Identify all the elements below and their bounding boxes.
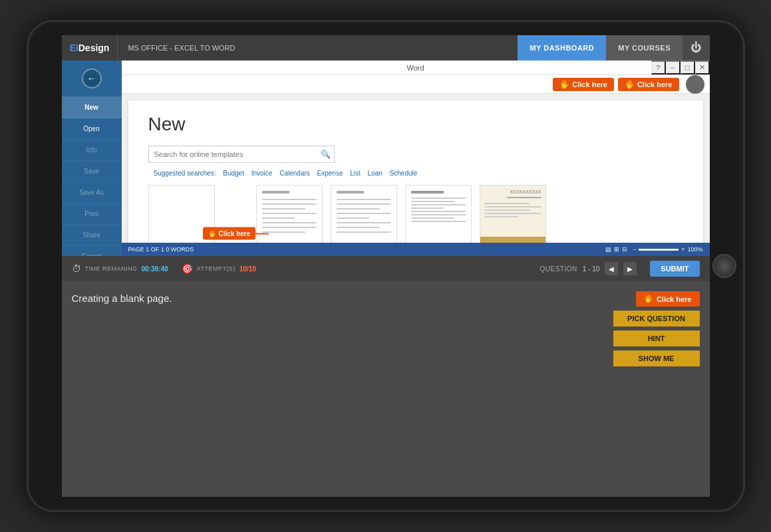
search-button[interactable]: 🔍 [318, 146, 334, 162]
hand-icon-2: 🖐 [625, 80, 635, 89]
pick-question-button[interactable]: PICK QUESTION [613, 311, 700, 327]
zoom-fill [639, 249, 679, 251]
sidebar: ← New Open Info Save Save As Pri [62, 61, 122, 256]
logo-area: EIDesign [62, 35, 118, 61]
help-button[interactable]: ? [651, 61, 666, 74]
power-button[interactable]: ⏻ [683, 35, 710, 61]
zoom-slider[interactable] [639, 249, 679, 251]
word-statusbar: PAGE 1 OF 1 0 WORDS ▤ ⊞ ⊟ − + [122, 243, 710, 256]
zoom-level: 100% [687, 246, 702, 253]
template-thumb-resume: XXXXXXXXXX [480, 185, 546, 243]
instruction-text: Creating a blank page. [72, 291, 613, 487]
sidebar-item-saveas[interactable]: Save As [62, 182, 122, 203]
suggested-calendars[interactable]: Calendars [279, 170, 310, 177]
template-letter[interactable]: Adjacency letter [331, 185, 397, 243]
instruction-area: Creating a blank page. 🖐 Click here PICK… [62, 281, 710, 497]
question-label: QUESTION [540, 265, 577, 273]
template-report[interactable]: Adjacency report [405, 185, 472, 243]
suggested-expense[interactable]: Expense [317, 170, 343, 177]
main-content: ← New Open Info Save Save As Pri [62, 61, 710, 256]
view-icons: ▤ ⊞ ⊟ [605, 246, 627, 253]
word-body: New 🔍 Suggested searches: Budget Invoice… [122, 94, 710, 243]
template-merge-letter[interactable]: 🖐 Click here [256, 185, 323, 243]
hand-icon-template: 🖐 [208, 230, 216, 237]
suggested-searches: Suggested searches: Budget Invoice Calen… [148, 170, 683, 177]
hand-icon-1: 🖐 [559, 80, 569, 89]
statusbar-info: PAGE 1 OF 1 0 WORDS [128, 246, 605, 253]
close-button[interactable]: ✕ [695, 61, 710, 74]
target-icon: 🎯 [182, 263, 193, 274]
question-range: 1 - 10 [583, 265, 600, 273]
suggested-invoice[interactable]: Invoice [251, 170, 273, 177]
template-resume[interactable]: XXXXXXXXXX Adjacency r [480, 185, 546, 243]
view-icon-3[interactable]: ⊟ [622, 246, 627, 253]
submit-button[interactable]: SUBMIT [650, 261, 699, 277]
minimize-button[interactable]: − [666, 61, 681, 74]
sidebar-item-new[interactable]: New [62, 97, 122, 118]
quiz-bar: ⏱ TIME REMANING 00:38:40 🎯 ATTEMPT(S) 10… [62, 256, 710, 281]
word-titlebar: Word ? − □ ✕ [122, 61, 710, 75]
time-remaining-item: ⏱ TIME REMANING 00:38:40 [72, 263, 168, 274]
clock-icon: ⏱ [72, 263, 81, 274]
word-page: New 🔍 Suggested searches: Budget Invoice… [128, 100, 703, 243]
sidebar-item-print[interactable]: Print [62, 203, 122, 225]
suggested-list[interactable]: List [350, 170, 361, 177]
view-icon-2[interactable]: ⊞ [614, 246, 619, 253]
attempts-value: 10/10 [239, 265, 256, 273]
tablet-frame: EIDesign MS OFFICE - EXCEL TO WORD MY DA… [27, 20, 745, 512]
screen: EIDesign MS OFFICE - EXCEL TO WORD MY DA… [62, 35, 710, 497]
word-app: Word ? − □ ✕ 🖐 Click here 🖐 [122, 61, 710, 256]
hint-button[interactable]: HINT [613, 331, 700, 346]
hand-icon-instruction: 🖐 [644, 295, 653, 303]
suggested-schedule[interactable]: Schedule [390, 170, 418, 177]
zoom-plus[interactable]: + [681, 246, 685, 253]
avatar [686, 75, 704, 94]
click-here-template-button[interactable]: 🖐 Click here [203, 227, 256, 240]
click-here-bar: 🖐 Click here 🖐 Click here [122, 75, 710, 94]
word-new-title: New [148, 114, 683, 135]
back-button[interactable]: ← [82, 68, 102, 88]
time-value: 00:38:40 [142, 265, 168, 273]
top-nav-buttons: MY DASHBOARD MY COURSES ⏻ [518, 35, 709, 61]
sidebar-item-open[interactable]: Open [62, 118, 122, 140]
statusbar-right: ▤ ⊞ ⊟ − + 100% [605, 246, 703, 253]
home-button[interactable] [712, 254, 736, 278]
sidebar-back: ← [62, 61, 122, 97]
instruction-buttons: 🖐 Click here PICK QUESTION HINT SHOW ME [613, 291, 700, 487]
templates-grid: Blank document 🖐 Click here [148, 185, 683, 243]
next-question-button[interactable]: ▶ [623, 262, 637, 275]
click-here-button-2[interactable]: 🖐 Click here [618, 78, 679, 91]
prev-question-button[interactable]: ◀ [605, 262, 618, 275]
dashboard-button[interactable]: MY DASHBOARD [518, 35, 606, 61]
show-me-button[interactable]: SHOW ME [613, 350, 700, 366]
suggested-loan[interactable]: Loan [368, 170, 383, 177]
suggested-budget[interactable]: Budget [223, 170, 244, 177]
titlebar-controls: ? − □ ✕ [651, 61, 710, 74]
zoom-control: − + 100% [633, 246, 703, 253]
sidebar-item-save[interactable]: Save [62, 161, 122, 182]
maximize-button[interactable]: □ [681, 61, 695, 74]
click-here-instruction-button[interactable]: 🖐 Click here [636, 291, 700, 307]
top-nav: EIDesign MS OFFICE - EXCEL TO WORD MY DA… [62, 35, 710, 61]
sidebar-item-info[interactable]: Info [62, 140, 122, 161]
zoom-minus[interactable]: − [633, 246, 636, 253]
courses-button[interactable]: MY COURSES [606, 35, 683, 61]
course-title: MS OFFICE - EXCEL TO WORD [118, 44, 518, 52]
search-input[interactable] [149, 148, 318, 161]
word-search-bar: 🔍 [148, 146, 335, 163]
sidebar-item-share[interactable]: Share [62, 225, 122, 246]
template-thumb-letter [331, 185, 397, 243]
view-icon-1[interactable]: ▤ [605, 246, 611, 253]
sidebar-item-export[interactable]: Export [62, 246, 122, 256]
question-nav: QUESTION 1 - 10 ◀ ▶ [540, 262, 637, 275]
template-thumb-report [405, 185, 472, 243]
click-here-button-1[interactable]: 🖐 Click here [553, 78, 614, 91]
logo: EIDesign [70, 43, 110, 53]
attempts-item: 🎯 ATTEMPT(S) 10/10 [182, 263, 256, 274]
arrow-line [255, 233, 269, 234]
